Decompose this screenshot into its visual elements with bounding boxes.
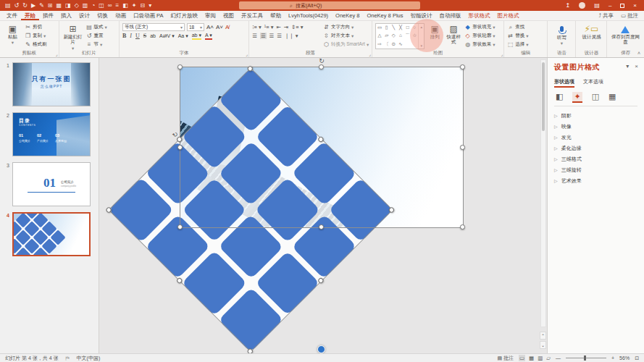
slide-number-indicator[interactable]: 幻灯片 第 4 张，共 4 张	[5, 355, 59, 362]
slide-editing-canvas[interactable]: ↻ ↻ ⌃ ⌄	[99, 58, 547, 353]
tab-图片格式[interactable]: 图片格式	[493, 11, 522, 20]
tab-OneKey 8 Plus[interactable]: OneKey 8 Plus	[363, 11, 406, 20]
tab-形状格式[interactable]: 形状格式	[464, 11, 493, 20]
clipboard-dialog-launcher[interactable]: ⌟	[56, 51, 58, 56]
pane-close-button[interactable]: ×	[635, 63, 638, 70]
tab-动画[interactable]: 动画	[112, 11, 130, 20]
slide-sorter-view-button[interactable]: ▦	[529, 355, 534, 361]
square-icon[interactable]: □	[406, 25, 409, 30]
cut-button[interactable]: ✂剪切	[25, 23, 47, 31]
tab-设计[interactable]: 设计	[75, 11, 93, 20]
more-commands-icon[interactable]: ▾	[149, 3, 151, 9]
chart-icon[interactable]: ◔	[91, 3, 95, 9]
tab-插件[interactable]: 插件	[39, 11, 57, 20]
text-direction-button[interactable]: ⇵文字方向 ▾	[323, 23, 369, 31]
zoom-out-button[interactable]: —	[556, 355, 561, 361]
align-right-button[interactable]: ☰	[269, 33, 275, 39]
thumbnail-slide-3[interactable]: 3 01 公司简介 company profile	[3, 162, 99, 206]
clear-formatting-button[interactable]: A̸	[225, 24, 229, 30]
slide-3-preview[interactable]: 01 公司简介 company profile	[12, 162, 91, 206]
section-button[interactable]: ≡节 ▾	[86, 41, 107, 49]
arrange-button[interactable]: ▣ 排列	[427, 23, 443, 39]
pane-tab-形状选项[interactable]: 形状选项	[554, 78, 574, 86]
zoom-in-button[interactable]: +	[611, 355, 614, 361]
quick-styles-button[interactable]: ▨ 快速样式	[445, 23, 462, 45]
tab-LvyhTools(0429)[interactable]: LvyhTools(0429)	[285, 11, 332, 20]
font-size-combobox[interactable]: 18▾	[187, 23, 204, 31]
reset-button[interactable]: ↺重置	[86, 32, 107, 40]
merge-shapes-icon[interactable]: ◧	[122, 3, 128, 9]
picture-icon[interactable]: ▦	[57, 3, 62, 9]
donut-icon[interactable]: ⊙	[392, 41, 396, 48]
tab-切换[interactable]: 切换	[93, 11, 112, 20]
format-painter-button[interactable]: ✎格式刷	[25, 41, 47, 49]
save-icon[interactable]: ▤	[5, 3, 11, 9]
tab-自动排版[interactable]: 自动排版	[435, 11, 464, 20]
ribbon-display-options-icon[interactable]: ▤	[594, 2, 600, 9]
slideshow-button[interactable]: ▱	[546, 355, 551, 361]
textbox-icon[interactable]: ◨	[65, 3, 71, 9]
decrease-font-size-button[interactable]: A˅	[216, 24, 223, 30]
layout-button[interactable]: ▤版式 ▾	[86, 23, 107, 31]
comments-status-button[interactable]: ▤ 批注	[497, 355, 514, 362]
columns-button[interactable]: ❘❘ ▾	[285, 33, 298, 39]
align-left-button[interactable]: ☰	[252, 33, 257, 39]
tab-口袋动画 PA[interactable]: 口袋动画 PA	[130, 11, 167, 20]
size-properties-icon[interactable]: ◫	[592, 92, 599, 101]
pane-section-发光[interactable]: ▷发光	[554, 132, 637, 143]
normal-view-button[interactable]: ▭	[519, 355, 525, 361]
paste-button[interactable]: ▣ 粘贴▾	[3, 23, 22, 46]
increase-indent-button[interactable]: ⇥	[284, 24, 288, 30]
character-spacing-button[interactable]: A⇄V ▾	[159, 33, 175, 39]
thumbnail-slide-2[interactable]: 2 目录 CONTENTS 01公司简介02产品简介03发展规划	[3, 112, 99, 156]
collapse-ribbon-button[interactable]: ˄	[637, 51, 640, 56]
strikethrough-button[interactable]: S	[143, 33, 146, 39]
pane-section-映像[interactable]: ▷映像	[554, 121, 637, 132]
next-slide-button[interactable]: ⌄	[540, 341, 546, 349]
tab-开发工具[interactable]: 开发工具	[238, 11, 267, 20]
diamond-icon[interactable]: ◇	[392, 33, 396, 39]
language-indicator[interactable]: 中文(中国)	[77, 355, 101, 362]
link-icon[interactable]: ∞	[108, 3, 112, 9]
highlight-color-button[interactable]: ab ▾	[192, 33, 201, 40]
tab-OneKey 8[interactable]: OneKey 8	[332, 11, 363, 20]
paragraph-dialog-launcher[interactable]: ⌟	[369, 51, 371, 56]
line-icon[interactable]: ╲	[392, 25, 395, 30]
start-slideshow-icon[interactable]: ▶	[31, 3, 35, 9]
media-icon[interactable]: ◫	[99, 3, 104, 9]
freeform-icon[interactable]: ∿	[398, 41, 402, 48]
numbering-button[interactable]: ¹≡ ▾	[264, 24, 274, 30]
updates-icon[interactable]: ↥	[566, 2, 571, 9]
picture-icon[interactable]: ▦	[609, 92, 616, 101]
arc-icon[interactable]: ⌒	[405, 33, 410, 39]
tab-审阅[interactable]: 审阅	[201, 11, 219, 20]
tab-幻灯片放映[interactable]: 幻灯片放映	[167, 11, 202, 20]
thumbnail-slide-1[interactable]: 1 只有一张图 怎么做PPT	[3, 62, 99, 106]
previous-slide-button[interactable]: ⌃	[540, 332, 546, 340]
rotate-handle[interactable]: ↻	[319, 58, 325, 64]
shape-effects-button[interactable]: ◍形状效果 ▾	[464, 41, 495, 49]
zoom-slider-thumb[interactable]	[584, 355, 586, 361]
table-icon[interactable]: ▥	[83, 3, 88, 9]
parallelogram-icon[interactable]: ▱	[385, 33, 388, 39]
share-button[interactable]: ⤴共享	[598, 12, 614, 20]
restore-button[interactable]	[620, 4, 624, 8]
rounded-rectangle-icon[interactable]: ▯	[385, 25, 388, 30]
tab-帮助[interactable]: 帮助	[267, 11, 285, 20]
gallery-scrollbar[interactable]: ▴▾	[418, 24, 424, 49]
pane-section-三维格式[interactable]: ▷三维格式	[554, 153, 637, 164]
pane-options-chevron-icon[interactable]: ▾	[626, 63, 629, 70]
increase-font-size-button[interactable]: A˄	[206, 24, 214, 30]
dictate-button[interactable]: 听写▾	[551, 23, 572, 46]
thumbnail-slide-4[interactable]: 4	[3, 212, 99, 256]
italic-button[interactable]: I	[130, 33, 132, 39]
effects-icon[interactable]: ✦	[572, 92, 582, 101]
pane-section-三维旋转[interactable]: ▷三维旋转	[554, 164, 637, 175]
shape-outline-button[interactable]: ◇形状轮廓 ▾	[464, 32, 495, 40]
font-dialog-launcher[interactable]: ⌟	[246, 51, 248, 56]
cross-line-icon[interactable]: ╳	[399, 25, 402, 30]
convert-smartart-button[interactable]: ⬡转换为 SmartArt ▾	[323, 41, 369, 49]
replace-button[interactable]: ⇄替换 ▾	[507, 32, 528, 40]
star-icon[interactable]: ☆	[412, 33, 417, 39]
shape-fill-button[interactable]: ◆形状填充 ▾	[464, 23, 495, 31]
